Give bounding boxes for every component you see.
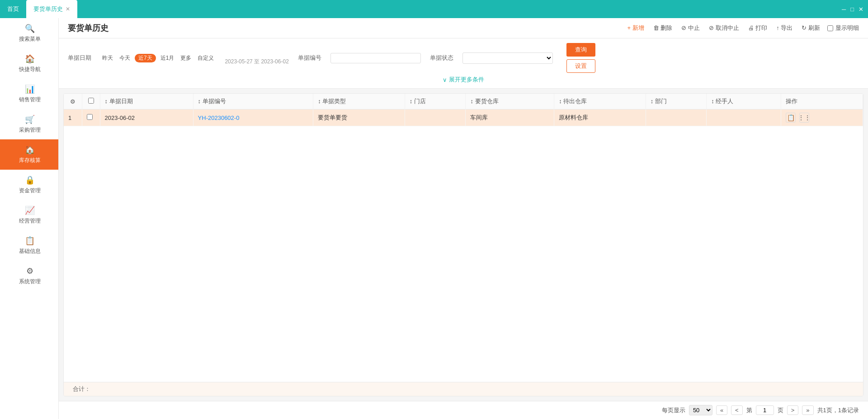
doc-no-link[interactable]: YH-20230602-0 [198, 114, 240, 121]
col-doc-no[interactable]: ↕ 单据编号 [193, 94, 313, 110]
tab-close-icon[interactable]: ✕ [66, 6, 70, 12]
col-handler[interactable]: ↕ 经手人 [707, 94, 781, 110]
tab-requisition-history[interactable]: 要货单历史 ✕ [26, 0, 77, 18]
total-info: 共1页，1条记录 [817, 406, 859, 414]
row-handler [707, 110, 781, 126]
sales-icon: 📊 [25, 84, 35, 94]
sidebar-item-sales-label: 销售管理 [19, 96, 41, 104]
display-detail-checkbox[interactable] [827, 25, 833, 31]
date-btn-yesterday[interactable]: 昨天 [100, 54, 115, 62]
setting-button[interactable]: 设置 [566, 59, 595, 73]
page-size-label: 每页显示 [662, 406, 685, 414]
table-area: ⚙ ↕ 单据日期 ↕ 单据编号 ↕ 单据类型 ↕ 门店 ↕ 要货仓库 ↕ 待出仓… [63, 93, 863, 396]
display-detail-toggle[interactable]: 显示明细 [827, 24, 859, 32]
display-detail-label: 显示明细 [835, 24, 859, 32]
sidebar-item-sales[interactable]: 📊 销售管理 [0, 79, 58, 109]
sidebar-item-system-label: 系统管理 [19, 278, 41, 286]
top-bar-right: ─ □ ✕ [842, 6, 868, 13]
data-table: ⚙ ↕ 单据日期 ↕ 单据编号 ↕ 单据类型 ↕ 门店 ↕ 要货仓库 ↕ 待出仓… [64, 94, 863, 126]
row-more-btn[interactable]: ⋮⋮ [799, 113, 809, 123]
doc-no-label: 单据编号 [298, 54, 321, 62]
row-store [405, 110, 466, 126]
top-bar: 首页 要货单历史 ✕ ─ □ ✕ [0, 0, 868, 18]
col-req-warehouse[interactable]: ↕ 要货仓库 [466, 94, 554, 110]
row-date: 2023-06-02 [100, 110, 193, 126]
select-all-checkbox[interactable] [88, 98, 94, 104]
date-btn-1month[interactable]: 近1月 [159, 54, 176, 62]
page-header: 要货单历史 + 新增 🗑 删除 ⊘ 中止 ⊘ 取消中止 🖨 打印 ↑ 导出 ↻ … [59, 18, 868, 38]
first-page-btn[interactable]: « [716, 405, 727, 415]
sidebar-item-system[interactable]: ⚙ 系统管理 [0, 261, 58, 291]
window-minimize-btn[interactable]: ─ [842, 6, 846, 13]
pagination: 每页显示 50 20 100 « < 第 页 > » 共1页，1条记录 [59, 401, 868, 419]
current-page-prefix: 第 [746, 406, 752, 414]
filter-actions: 查询 设置 [566, 43, 595, 73]
date-range-display: 2023-05-27 至 2023-06-02 [225, 58, 288, 66]
export-button[interactable]: ↑ 导出 [774, 23, 794, 33]
operations-icon: 📈 [25, 205, 35, 215]
delete-button[interactable]: 🗑 删除 [651, 23, 675, 33]
finance-icon: 🔒 [25, 175, 35, 185]
purchase-icon: 🛒 [25, 114, 35, 124]
expand-filter-btn[interactable]: ∨ 展开更多条件 [443, 76, 484, 84]
inventory-icon: 🏠 [25, 145, 35, 155]
page-size-select[interactable]: 50 20 100 [689, 405, 712, 415]
row-no: 1 [64, 110, 82, 126]
sidebar-item-quicknav-label: 快捷导航 [19, 66, 41, 73]
doc-no-input[interactable] [330, 53, 421, 63]
window-maximize-btn[interactable]: □ [850, 6, 854, 13]
status-select[interactable] [462, 52, 553, 64]
date-btn-custom[interactable]: 自定义 [196, 54, 216, 62]
home-icon: 🏠 [25, 54, 35, 64]
date-filter-label: 单据日期 [68, 54, 91, 62]
print-button[interactable]: 🖨 打印 [746, 23, 769, 33]
tab-bar: 首页 要货单历史 ✕ [0, 0, 77, 18]
col-department[interactable]: ↕ 部门 [646, 94, 707, 110]
col-settings[interactable]: ⚙ [64, 94, 82, 110]
system-icon: ⚙ [26, 266, 33, 276]
table-header-row: ⚙ ↕ 单据日期 ↕ 单据编号 ↕ 单据类型 ↕ 门店 ↕ 要货仓库 ↕ 待出仓… [64, 94, 863, 110]
cancel-stop-button[interactable]: ⊘ 取消中止 [707, 23, 741, 33]
sidebar-item-baseinfo-label: 基础信息 [19, 248, 41, 255]
sidebar: 🔍 搜索菜单 🏠 快捷导航 📊 销售管理 🛒 采购管理 🏠 库存核算 🔒 资金管… [0, 18, 59, 419]
refresh-button[interactable]: ↻ 刷新 [800, 23, 822, 33]
sidebar-item-inventory[interactable]: 🏠 库存核算 [0, 139, 58, 170]
col-out-warehouse[interactable]: ↕ 待出仓库 [554, 94, 646, 110]
search-icon: 🔍 [25, 24, 35, 33]
page-title: 要货单历史 [68, 23, 108, 33]
toolbar: + 新增 🗑 删除 ⊘ 中止 ⊘ 取消中止 🖨 打印 ↑ 导出 ↻ 刷新 显示明… [626, 23, 859, 33]
stop-button[interactable]: ⊘ 中止 [679, 23, 702, 33]
sidebar-item-finance-label: 资金管理 [19, 187, 41, 195]
prev-page-btn[interactable]: < [731, 405, 743, 415]
content-area: 要货单历史 + 新增 🗑 删除 ⊘ 中止 ⊘ 取消中止 🖨 打印 ↑ 导出 ↻ … [59, 18, 868, 419]
col-store[interactable]: ↕ 门店 [405, 94, 466, 110]
tab-home[interactable]: 首页 [0, 0, 26, 18]
date-btn-7days[interactable]: 近7天 [135, 54, 156, 62]
page-number-input[interactable] [756, 405, 774, 415]
next-page-btn[interactable]: > [787, 405, 799, 415]
date-btn-more[interactable]: 更多 [179, 54, 193, 62]
sidebar-item-search-label: 搜索菜单 [19, 35, 41, 43]
sidebar-item-baseinfo[interactable]: 📋 基础信息 [0, 230, 58, 261]
window-close-btn[interactable]: ✕ [859, 6, 863, 13]
sidebar-item-operations[interactable]: 📈 经营管理 [0, 200, 58, 230]
page-unit: 页 [778, 406, 783, 414]
date-btn-today[interactable]: 今天 [118, 54, 132, 62]
sidebar-item-quicknav[interactable]: 🏠 快捷导航 [0, 48, 58, 79]
table-footer: 合计： [64, 382, 863, 396]
last-page-btn[interactable]: » [802, 405, 813, 415]
query-button[interactable]: 查询 [566, 43, 595, 57]
col-date[interactable]: ↕ 单据日期 [100, 94, 193, 110]
col-doc-type[interactable]: ↕ 单据类型 [313, 94, 405, 110]
filter-row-1: 单据日期 昨天 今天 近7天 近1月 更多 自定义 2023-05-27 至 2… [68, 43, 859, 73]
row-req-warehouse: 车间库 [466, 110, 554, 126]
row-actions: 📋 ⋮⋮ [781, 110, 863, 126]
row-edit-btn[interactable]: 📋 [786, 113, 796, 123]
status-label: 单据状态 [430, 54, 453, 62]
new-button[interactable]: + 新增 [626, 23, 646, 33]
sidebar-item-search[interactable]: 🔍 搜索菜单 [0, 18, 58, 48]
table-row[interactable]: 1 2023-06-02 YH-20230602-0 要货单要货 车间库 原材料… [64, 110, 863, 126]
row-checkbox[interactable] [82, 110, 100, 126]
sidebar-item-finance[interactable]: 🔒 资金管理 [0, 170, 58, 200]
sidebar-item-purchase[interactable]: 🛒 采购管理 [0, 109, 58, 139]
